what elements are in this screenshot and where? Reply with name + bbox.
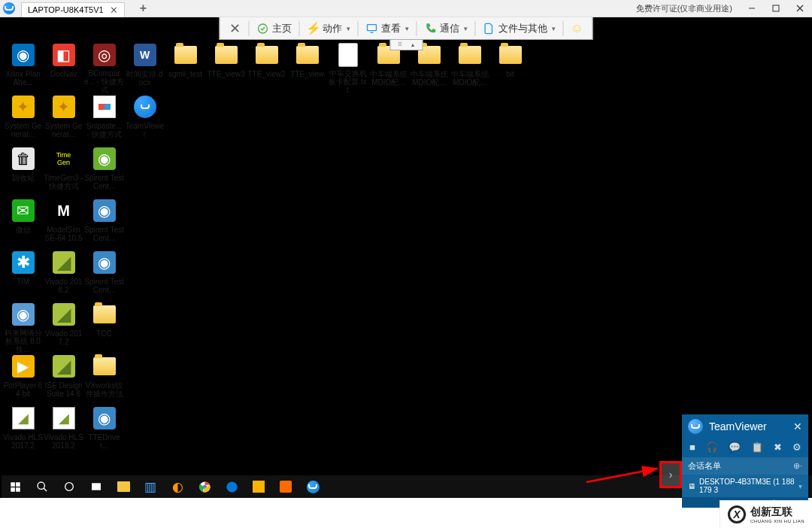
icon-label: Spirent TestCent... [84,226,124,242]
app-kelai-icon: ◉ [11,302,36,326]
taskbar-app-icon[interactable] [272,475,299,498]
desktop-icon[interactable]: ◢Vivado HLS 2018.2 [44,405,83,457]
toolbar-collapse-handle[interactable]: ⠿ ▴ [389,40,423,50]
remote-session-area: ✕ 主页 ⚡ 动作 ▾ 查看 ▾ 通信 ▾ [0,17,812,498]
svg-point-18 [226,481,237,492]
remote-taskview-button[interactable] [83,475,110,498]
whiteboard-icon[interactable]: 📋 [751,442,763,453]
taskbar-app-icon[interactable]: ◐ [164,475,191,498]
toolbar-files-button[interactable]: 文件与其他 ▾ [479,19,560,38]
desktop-icon[interactable]: TimeGenTimeGen3 - 快捷方式 [44,146,83,198]
desktop-icon[interactable]: ◢Vivado 2018.2 [44,250,83,302]
app-docnav-icon: ◧ [51,42,77,68]
desktop-icon[interactable]: ▶PotPlayer 64 bit [3,354,43,405]
toolbar-communication-button[interactable]: 通信 ▾ [420,19,472,38]
desktop-icon[interactable]: MModelSim SE-64 10.5 [44,198,83,250]
icon-label: DocNav [50,70,77,78]
remote-cortana-button[interactable] [56,475,83,498]
icon-label: Vivado HLS 2017.2 [3,433,43,450]
app-xilinx-icon: ◉ [11,42,36,68]
desktop-icon[interactable]: ◎BCompare... - 快捷方式 [84,42,124,94]
desktop-icon[interactable]: ◢Vivado HLS 2017.2 [3,405,43,457]
taskbar-app-icon[interactable] [245,475,272,498]
watermark-sub: CHUANG XIN HU LIAN [750,519,804,523]
taskbar-edge-icon[interactable] [218,475,245,498]
app-tte-icon: ◉ [92,405,117,431]
desktop-icon[interactable]: ◉Spirent TestCent... [84,250,124,302]
chat-icon[interactable]: 💬 [729,442,741,453]
taskbar-app-icon[interactable]: ▥ [137,475,164,498]
remote-start-button[interactable] [2,475,29,498]
desktop-icon[interactable]: Snipaste... - 快捷方式 [84,94,124,146]
taskbar-chrome-icon[interactable] [191,475,218,498]
app-vivadohls-icon: ◢ [11,405,36,431]
svg-rect-11 [16,487,20,492]
remote-search-button[interactable] [29,475,56,498]
app-vivado-icon: ◢ [51,250,77,275]
session-connection-row[interactable]: 🖥 DESKTOP-4B3TM3E (1 188 179 3 ▾ [682,475,808,497]
desktop-icon[interactable]: TCC [84,302,124,354]
license-label: 免费许可证(仅非商业用途) [636,3,732,14]
icon-label: 科来网络分析系统 8.0 技... [3,329,43,354]
desktop-icon[interactable]: ◉Xilinx PlanAhe... [3,42,43,94]
desktop-icon[interactable]: ◉Spirent TestCent... [84,198,124,250]
expand-handle-icon[interactable]: › [669,469,673,481]
video-icon[interactable]: ■ [689,442,695,453]
app-ise-icon: ◢ [51,354,77,379]
taskbar-teamviewer-icon[interactable] [299,475,326,498]
panel-close-icon[interactable]: ✕ [793,420,802,432]
tools-icon[interactable]: ✖ [774,442,782,453]
session-tab[interactable]: LAPTOP-U8K4T5V1 ✕ [21,2,125,17]
close-window-button[interactable] [788,0,812,17]
close-tab-icon[interactable]: ✕ [110,5,118,16]
icon-label: TTEDriver... [84,433,124,450]
desktop-icon[interactable]: ✦System Generat... [44,94,83,146]
desktop-icon[interactable]: ✱TIM [3,250,43,302]
desktop-icon[interactable]: ◢Vivado 2017.2 [44,302,83,354]
maximize-button[interactable] [764,0,788,17]
panel-section-menu-icon[interactable]: ⊕· [793,461,802,471]
icon-label: 回收站 [12,174,35,182]
folder-icon [173,42,198,68]
desktop-icon[interactable]: 🗑回收站 [3,146,43,198]
desktop-icon[interactable]: ✦System Generat... [3,94,43,146]
toolbar-close-button[interactable]: ✕ [225,19,246,38]
taskbar-explorer-icon[interactable] [110,475,137,498]
home-icon [257,23,269,35]
toolbar-feedback-button[interactable]: ☺ [567,19,588,38]
desktop-icon[interactable]: VXworks软件操作方法 [84,354,124,405]
toolbar-view-button[interactable]: 查看 ▾ [362,19,414,38]
desktop-icon[interactable]: ◢ISE Design Suite 14.6 [44,354,83,405]
remote-desktop[interactable]: ◉Xilinx PlanAhe...◧DocNav◎BCompare... - … [0,17,812,498]
icon-label: Xilinx PlanAhe... [3,70,43,86]
desktop-icon[interactable]: W时间安排.docx [125,42,165,94]
icon-label: 中车交换机板卡配置.txt [328,69,368,94]
icon-label: bit [506,70,514,78]
minimize-button[interactable] [740,0,764,17]
desktop-icon[interactable]: ◉Spirent TestCent... [84,146,124,198]
settings-icon[interactable]: ⚙ [792,442,801,453]
desktop-icon[interactable]: ◧DocNav [44,42,83,94]
desktop-icon[interactable]: TeamViewer [125,94,165,146]
display-icon [366,23,378,35]
chevron-up-icon: ▴ [411,41,414,48]
svg-line-13 [44,488,47,491]
toolbar-actions-button[interactable]: ⚡ 动作 ▾ [303,19,355,38]
icon-label: TimeGen3 - 快捷方式 [44,174,83,190]
add-tab-button[interactable]: + [140,2,147,15]
desktop-icon[interactable]: sgmii_test [165,42,205,94]
icon-label: 时间安排.docx [125,70,165,86]
desktop-icon[interactable]: ✉微信 [3,198,43,250]
desktop-icon[interactable]: ◉TTEDriver... [84,405,124,457]
audio-icon[interactable]: 🎧 [706,442,718,453]
desktop-icon[interactable]: ◉科来网络分析系统 8.0 技... [3,302,43,354]
toolbar-home-button[interactable]: 主页 [253,19,296,38]
session-list-label: 会话名单 [688,460,793,472]
icon-label: Snipaste... - 快捷方式 [84,122,124,138]
icon-label: 中车端系统MDIO配... [409,70,449,86]
app-sysgen-icon: ✦ [11,94,36,120]
icon-label: 中车端系统MDIO配... [368,70,408,86]
app-sysgen-icon: ✦ [51,94,77,120]
svg-rect-15 [92,483,101,490]
icon-label: Spirent TestCent... [84,278,124,294]
